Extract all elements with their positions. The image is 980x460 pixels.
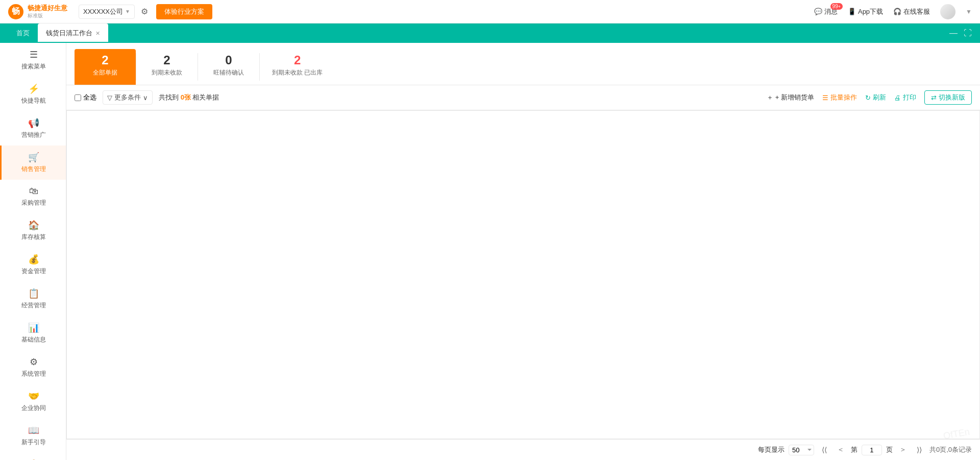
- sidebar: ☰ 搜索菜单 ⚡ 快捷导航 📢 营销推广 🛒 销售管理 🛍 采购管理 🏠 库存核…: [0, 43, 66, 460]
- print-icon: 🖨: [894, 94, 901, 102]
- prev-page-button[interactable]: ＜: [835, 444, 847, 456]
- last-page-button[interactable]: ⟩⟩: [913, 444, 925, 456]
- tab-bar: 首页 钱货日清工作台 ✕ — ⛶: [0, 23, 980, 43]
- tab-minimize-icon[interactable]: —: [949, 29, 958, 38]
- print-button[interactable]: 🖨 打印: [894, 93, 916, 102]
- page-input[interactable]: [862, 445, 882, 455]
- message-badge: 99+: [830, 3, 843, 10]
- avatar[interactable]: [940, 4, 955, 19]
- sidebar-item-marketing[interactable]: 📢 营销推广: [0, 111, 66, 146]
- logo-icon: 畅: [8, 4, 23, 19]
- sidebar-label-finance: 资金管理: [21, 267, 46, 276]
- sidebar-item-finance[interactable]: 💰 资金管理: [0, 248, 66, 282]
- filter-button[interactable]: ▽ 更多条件 ∨: [103, 90, 153, 105]
- toolbar-right: ＋ + 新增销货单 ☰ 批量操作 ↻ 刷新 🖨 打印 ⇄ 切换新版: [767, 90, 972, 105]
- select-all-checkbox[interactable]: 全选: [75, 93, 96, 102]
- per-page-select[interactable]: 50 10 20 100: [789, 445, 814, 455]
- batch-icon: ☰: [822, 94, 828, 102]
- marketing-icon: 📢: [28, 117, 39, 129]
- stat-label-overdue: 到期未收款: [152, 68, 182, 77]
- logo-badge: 标准版: [28, 12, 67, 19]
- tab-home[interactable]: 首页: [8, 23, 38, 43]
- sidebar-item-guide[interactable]: 📖 新手引导: [0, 419, 66, 453]
- switch-new-version-button[interactable]: ⇄ 切换新版: [924, 90, 972, 105]
- sidebar-label-operations: 经营管理: [21, 301, 46, 310]
- stat-label-shipped: 到期未收款 已出库: [272, 68, 323, 77]
- enterprise-icon: 🤝: [28, 391, 39, 402]
- toolbar: 全选 ▽ 更多条件 ∨ 共找到 0张 相关单据 ＋ + 新增销货单 ☰ 批量操作: [66, 85, 980, 110]
- next-page-button[interactable]: ＞: [897, 444, 909, 456]
- tab-maximize-icon[interactable]: ⛶: [964, 29, 972, 38]
- tab-home-label: 首页: [16, 29, 30, 38]
- sidebar-item-enterprise[interactable]: 🤝 企业协同: [0, 384, 66, 419]
- sidebar-item-app-center[interactable]: 📦 应用中心: [0, 453, 66, 460]
- sidebar-label-basic-info: 基础信息: [21, 335, 46, 344]
- stat-label-pending: 旺辅待确认: [213, 68, 244, 77]
- logo-area: 畅 畅捷通好生意 标准版: [8, 4, 75, 19]
- stat-tab-overdue[interactable]: 2 到期未收款: [136, 49, 198, 85]
- sidebar-label-inventory: 库存核算: [21, 233, 46, 241]
- sidebar-item-purchase[interactable]: 🛍 采购管理: [0, 180, 66, 213]
- company-selector[interactable]: XXXXXX公司 ▼: [79, 5, 135, 19]
- page-label: 第: [851, 445, 857, 454]
- sidebar-item-sales[interactable]: 🛒 销售管理: [0, 146, 66, 180]
- header-right: 💬 消息 99+ 📱 App下载 🎧 在线客服 ▼: [814, 4, 972, 19]
- refresh-icon: ↻: [865, 94, 871, 102]
- sidebar-item-operations[interactable]: 📋 经营管理: [0, 282, 66, 316]
- purchase-icon: 🛍: [29, 186, 38, 197]
- search-menu-icon: ☰: [30, 49, 38, 60]
- app-download-button[interactable]: 📱 App下载: [848, 7, 883, 16]
- system-icon: ⚙: [30, 356, 38, 368]
- main-layout: ☰ 搜索菜单 ⚡ 快捷导航 📢 营销推广 🛒 销售管理 🛍 采购管理 🏠 库存核…: [0, 43, 980, 460]
- sidebar-label-marketing: 营销推广: [21, 131, 46, 139]
- sidebar-label-quick-nav: 快捷导航: [21, 96, 46, 105]
- tab-close-icon[interactable]: ✕: [95, 30, 100, 37]
- filter-label: 更多条件: [114, 93, 141, 102]
- refresh-button[interactable]: ↻ 刷新: [865, 93, 886, 102]
- stat-tab-pending[interactable]: 0 旺辅待确认: [198, 49, 259, 85]
- page-suffix: 页: [886, 445, 893, 454]
- stat-num-shipped: 2: [294, 53, 301, 67]
- online-service-button[interactable]: 🎧 在线客服: [893, 7, 930, 16]
- tab-bar-right: — ⛶: [949, 29, 972, 38]
- found-count: 0张: [181, 93, 191, 101]
- finance-icon: 💰: [28, 254, 39, 265]
- user-arrow[interactable]: ▼: [966, 8, 972, 15]
- batch-operation-button[interactable]: ☰ 批量操作: [822, 93, 857, 102]
- table-area: [66, 110, 980, 439]
- tab-work-bench[interactable]: 钱货日清工作台 ✕: [38, 23, 108, 43]
- content-area: 2 全部单据 2 到期未收款 0 旺辅待确认 2 到期未收款 已出库: [66, 43, 980, 460]
- stat-num-pending: 0: [225, 53, 232, 67]
- stat-num-all: 2: [102, 53, 108, 67]
- stat-tab-shipped[interactable]: 2 到期未收款 已出库: [260, 49, 335, 85]
- select-all-input[interactable]: [75, 94, 81, 101]
- filter-arrow: ∨: [143, 94, 148, 102]
- logo-main-text: 畅捷通好生意: [28, 4, 67, 13]
- sidebar-item-search[interactable]: ☰ 搜索菜单: [0, 43, 66, 77]
- company-dropdown-arrow: ▼: [125, 9, 130, 14]
- first-page-button[interactable]: ⟨⟨: [818, 444, 830, 456]
- sidebar-item-system[interactable]: ⚙ 系统管理: [0, 350, 66, 384]
- operations-icon: 📋: [28, 288, 39, 299]
- sidebar-item-inventory[interactable]: 🏠 库存核算: [0, 213, 66, 248]
- trial-button[interactable]: 体验行业方案: [156, 4, 212, 19]
- sidebar-label-search: 搜索菜单: [21, 62, 46, 71]
- message-button[interactable]: 💬 消息 99+: [814, 7, 838, 16]
- quick-nav-icon: ⚡: [28, 83, 39, 94]
- settings-icon[interactable]: ⚙: [139, 5, 150, 18]
- sidebar-item-basic-info[interactable]: 📊 基础信息: [0, 316, 66, 350]
- sidebar-label-enterprise: 企业协同: [21, 404, 46, 413]
- stat-tab-all[interactable]: 2 全部单据: [75, 49, 136, 85]
- stat-num-overdue: 2: [163, 53, 170, 67]
- per-page-label: 每页显示: [758, 445, 785, 454]
- sidebar-item-quick-nav[interactable]: ⚡ 快捷导航: [0, 77, 66, 111]
- switch-icon: ⇄: [931, 94, 937, 102]
- sidebar-label-sales: 销售管理: [21, 165, 46, 174]
- stats-tabs: 2 全部单据 2 到期未收款 0 旺辅待确认 2 到期未收款 已出库: [66, 43, 980, 85]
- plus-icon: ＋: [767, 93, 773, 102]
- new-sales-order-button[interactable]: ＋ + 新增销货单: [767, 93, 814, 102]
- app-download-icon: 📱: [848, 8, 856, 15]
- filter-icon: ▽: [107, 94, 112, 102]
- online-service-icon: 🎧: [893, 8, 901, 15]
- tab-work-bench-label: 钱货日清工作台: [46, 29, 92, 38]
